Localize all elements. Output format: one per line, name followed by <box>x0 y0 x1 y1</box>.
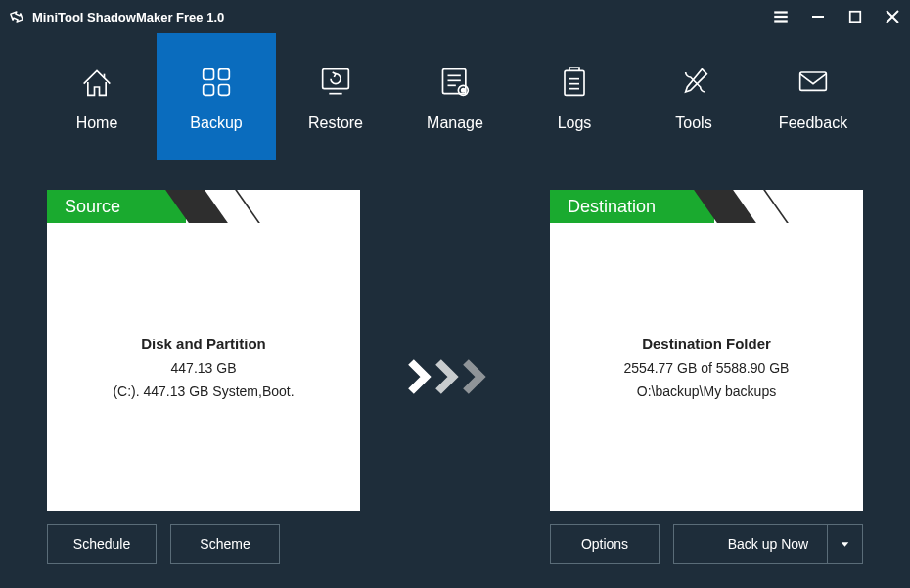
nav-label: Restore <box>308 114 363 132</box>
source-column: Source Disk and Partition 447.13 GB (C:)… <box>47 190 360 564</box>
destination-heading: Destination Folder <box>642 336 771 352</box>
button-label: Options <box>581 536 628 552</box>
svg-rect-4 <box>850 12 861 23</box>
svg-rect-11 <box>219 85 230 96</box>
backup-now-dropdown[interactable] <box>827 525 862 563</box>
svg-rect-8 <box>204 69 214 80</box>
backup-now-button[interactable]: Back up Now <box>673 524 863 564</box>
svg-marker-25 <box>842 542 849 547</box>
button-label: Back up Now <box>728 536 808 552</box>
content-area: Source Disk and Partition 447.13 GB (C:)… <box>0 160 910 573</box>
nav-logs[interactable]: Logs <box>515 33 634 160</box>
app-title: MiniTool ShadowMaker Free 1.0 <box>32 10 224 24</box>
destination-path: O:\backup\My backups <box>637 384 776 399</box>
title-bar-left: MiniTool ShadowMaker Free 1.0 <box>8 8 224 25</box>
tools-icon <box>673 62 714 103</box>
nav-label: Tools <box>675 114 711 132</box>
menu-icon[interactable] <box>771 7 791 26</box>
close-button[interactable] <box>883 7 902 26</box>
source-button-row: Schedule Scheme <box>47 524 360 564</box>
title-bar: MiniTool ShadowMaker Free 1.0 <box>0 0 910 33</box>
destination-button-row: Options Back up Now <box>550 524 863 564</box>
source-heading: Disk and Partition <box>141 336 266 352</box>
button-label: Schedule <box>73 536 130 552</box>
svg-point-19 <box>462 89 465 92</box>
nav-label: Logs <box>558 114 592 132</box>
nav-manage[interactable]: Manage <box>395 33 515 160</box>
destination-size: 2554.77 GB of 5588.90 GB <box>624 360 790 376</box>
nav-label: Backup <box>190 114 242 132</box>
destination-tab: Destination <box>550 190 714 223</box>
destination-panel[interactable]: Destination Destination Folder 2554.77 G… <box>550 190 863 511</box>
svg-rect-9 <box>219 69 230 80</box>
minimize-button[interactable] <box>808 7 828 26</box>
options-button[interactable]: Options <box>550 524 660 564</box>
nav-label: Home <box>76 114 118 132</box>
source-size: 447.13 GB <box>171 360 237 376</box>
nav-tools[interactable]: Tools <box>634 33 753 160</box>
scheme-button[interactable]: Scheme <box>170 524 280 564</box>
source-body: Disk and Partition 447.13 GB (C:). 447.1… <box>47 223 360 511</box>
svg-rect-10 <box>204 85 214 96</box>
logs-icon <box>554 62 595 103</box>
nav-home[interactable]: Home <box>37 33 157 160</box>
destination-column: Destination Destination Folder 2554.77 G… <box>550 190 863 564</box>
home-icon <box>76 62 117 103</box>
restore-icon <box>315 62 356 103</box>
svg-rect-20 <box>565 70 584 95</box>
schedule-button[interactable]: Schedule <box>47 524 157 564</box>
source-tab: Source <box>47 190 186 223</box>
nav-backup[interactable]: Backup <box>157 33 276 160</box>
svg-rect-12 <box>323 69 349 89</box>
arrows-icon <box>406 216 504 537</box>
nav-label: Manage <box>427 114 483 132</box>
destination-body: Destination Folder 2554.77 GB of 5588.90… <box>550 223 863 511</box>
feedback-icon <box>793 62 834 103</box>
source-details: (C:). 447.13 GB System,Boot. <box>113 384 294 399</box>
svg-rect-24 <box>800 72 827 90</box>
nav-label: Feedback <box>779 114 847 132</box>
nav-feedback[interactable]: Feedback <box>753 33 873 160</box>
source-tab-label: Source <box>65 197 120 217</box>
maximize-button[interactable] <box>845 7 865 26</box>
button-label: Scheme <box>200 536 250 552</box>
main-nav: Home Backup Restore Manage Logs Tools <box>0 33 910 160</box>
nav-restore[interactable]: Restore <box>276 33 395 160</box>
title-bar-right <box>771 7 902 26</box>
app-logo-icon <box>8 8 25 25</box>
source-panel[interactable]: Source Disk and Partition 447.13 GB (C:)… <box>47 190 360 511</box>
destination-tab-label: Destination <box>568 197 656 217</box>
manage-icon <box>434 62 476 103</box>
backup-icon <box>196 62 237 103</box>
